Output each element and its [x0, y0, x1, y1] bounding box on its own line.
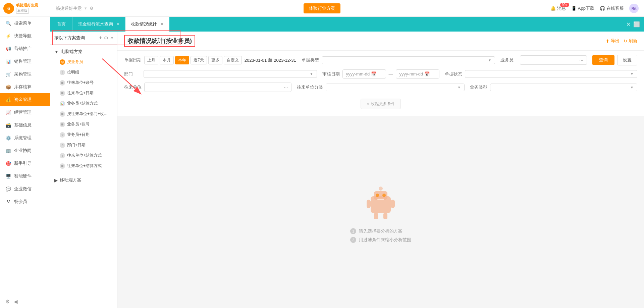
date-tab-this-month[interactable]: 本月 [160, 56, 174, 64]
review-date-to-input[interactable]: yyyy-mm-dd 📅 [396, 69, 439, 79]
sidebar-item-guide[interactable]: 🎯 新手引导 [0, 157, 50, 170]
sidebar-item-member[interactable]: V 畅会员 [0, 195, 50, 208]
plan-item-by-staff[interactable]: ◎ 按业务员 [50, 57, 117, 67]
tab-maximize-icon[interactable]: ⬜ [633, 21, 640, 28]
plan-item-unit-account[interactable]: ▦ 往来单位+账号 [50, 78, 117, 88]
settings-plan-icon[interactable]: ⚙ [104, 35, 108, 41]
tab-close-all-icon[interactable]: ✕ [626, 21, 631, 28]
plan-item-unit-dept[interactable]: ▦ 按往来单位+部门+收... [50, 109, 117, 119]
setting-btn[interactable]: 设置 [617, 55, 637, 65]
top-header: 畅捷通好生意 ▾ ⚙ 体验行业方案 🔔 消息 99+ 📱 App下载 🎧 在线客… [50, 0, 644, 17]
date-tab-this-year[interactable]: 本年 [175, 56, 189, 64]
plan-group-mobile-header[interactable]: ▶ 移动端方案 [50, 175, 117, 185]
export-btn[interactable]: ⬆ 导出 [606, 38, 620, 44]
page-header-actions: ⬆ 导出 ↻ 刷新 [606, 38, 637, 44]
plan-item-unit-date[interactable]: ▦ 往来单位+日期 [50, 88, 117, 98]
collapse-area: ∧ 收起更多条件 [124, 96, 637, 112]
staff-select[interactable]: ··· [520, 55, 587, 65]
plan-icon-dept-date: ⊙ [60, 143, 65, 148]
collapse-panel-icon[interactable]: « [110, 35, 113, 41]
svg-rect-8 [383, 213, 387, 219]
staff-more-icon[interactable]: ··· [579, 57, 583, 63]
plan-item-label: 往来单位+结算方式 [67, 163, 102, 169]
svg-point-9 [379, 187, 383, 191]
app-download-btn[interactable]: 📱 App下载 [571, 5, 594, 11]
review-date-label: 审核日期 [322, 71, 340, 77]
date-to-label: 至 [268, 57, 272, 63]
unit-more-icon[interactable]: ··· [284, 85, 288, 90]
plan-icon-unit-dept: ▦ [60, 111, 65, 117]
export-label: 导出 [611, 38, 620, 44]
sidebar-item-purchase[interactable]: 🛒 采购管理 [0, 68, 50, 81]
plan-item-unit-settle1[interactable]: ⋮ 往来单位+结算方式 [50, 150, 117, 161]
date-tab-custom[interactable]: 自定义 [224, 56, 242, 64]
sidebar-bottom: ⚙ ◀ [0, 295, 50, 308]
plan-item-staff-account[interactable]: ▦ 业务员+账号 [50, 119, 117, 130]
tab-bank-flow[interactable]: 现金银行流水查询 ✕ [73, 17, 125, 32]
sidebar-item-operation[interactable]: 📈 经营管理 [0, 106, 50, 119]
svg-point-2 [376, 194, 379, 197]
trial-btn[interactable]: 体验行业方案 [304, 3, 340, 13]
plan-group-pc-header[interactable]: ▼ 电脑端方案 [50, 47, 117, 57]
nav-separator: ▾ [85, 6, 87, 11]
sidebar-item-marketing[interactable]: 📢 营销推广 [0, 42, 50, 55]
tab-bank-flow-close[interactable]: ✕ [116, 22, 120, 27]
doc-status-select[interactable]: ▼ [465, 70, 638, 78]
online-service-btn[interactable]: 🎧 在线客服 [600, 5, 624, 11]
tab-receivable-stats-close[interactable]: ✕ [160, 22, 164, 27]
service-icon: 🎧 [600, 6, 605, 11]
biz-type-select[interactable]: ▼ [490, 84, 637, 91]
query-btn[interactable]: 查询 [592, 55, 614, 65]
svg-rect-5 [367, 200, 371, 208]
plan-item-staff-date[interactable]: ⊙ 业务员+日期 [50, 130, 117, 140]
sidebar-item-enterprise[interactable]: 🏢 企业协同 [0, 144, 50, 157]
collapse-more-btn[interactable]: ∧ 收起更多条件 [361, 99, 401, 109]
sidebar-item-basic[interactable]: 🗃️ 基础信息 [0, 119, 50, 132]
refresh-btn[interactable]: ↻ 刷新 [624, 38, 637, 44]
sidebar-item-label: 营销推广 [14, 46, 32, 52]
date-tab-last-month[interactable]: 上月 [144, 56, 158, 64]
sidebar-item-shortcut[interactable]: ⚡ 快捷导航 [0, 30, 50, 42]
sidebar-item-wechat[interactable]: 💬 企业微信 [0, 183, 50, 195]
sidebar-item-hardware[interactable]: 🖥️ 智能硬件 [0, 170, 50, 183]
avatar[interactable]: Rit [629, 4, 639, 13]
date-tab-7days[interactable]: 近7天 [191, 56, 207, 64]
filter-row-2: 部门 ▼ 审核日期 yyyy-mm-dd 📅 — [124, 69, 637, 79]
collapse-sidebar-icon[interactable]: ◀ [14, 299, 18, 305]
settings-gear-icon[interactable]: ⚙ [90, 6, 94, 11]
settings-bottom-icon[interactable]: ⚙ [5, 299, 10, 305]
sidebar-item-system[interactable]: ⚙️ 系统管理 [0, 132, 50, 144]
plan-item-unit-settle2[interactable]: ▦ 往来单位+结算方式 [50, 161, 117, 171]
sidebar-item-finance[interactable]: 💰 资金管理 [0, 93, 50, 106]
sidebar-item-label: 系统管理 [14, 135, 32, 141]
plan-item-label: 按明细 [67, 69, 79, 75]
tab-receivable-stats-label: 收款情况统计 [131, 21, 157, 27]
review-date-from-input[interactable]: yyyy-mm-dd 📅 [342, 69, 386, 79]
plan-item-by-detail[interactable]: ⋮ 按明细 [50, 67, 117, 78]
messages-btn[interactable]: 🔔 消息 99+ [550, 5, 566, 11]
tab-home[interactable]: 首页 [50, 17, 73, 32]
header-right: 🔔 消息 99+ 📱 App下载 🎧 在线客服 Rit [550, 4, 639, 13]
add-plan-icon[interactable]: + [99, 35, 102, 41]
sidebar-item-label: 快捷导航 [14, 33, 32, 39]
tab-receivable-stats[interactable]: 收款情况统计 ✕ [125, 17, 169, 32]
plan-item-dept-date[interactable]: ⊙ 部门+日期 [50, 140, 117, 150]
plan-item-label: 业务员+日期 [67, 132, 90, 138]
doc-type-select[interactable]: ▼ [322, 56, 495, 64]
plan-item-label: 往来单位+日期 [67, 90, 94, 96]
unit-select[interactable]: ··· [144, 83, 291, 92]
unit-type-select[interactable]: ▼ [326, 84, 464, 91]
page-header: 收款情况统计(按业务员) ⬆ 导出 ↻ 刷新 [117, 32, 644, 51]
sidebar-item-sales[interactable]: 📊 销售管理 [0, 55, 50, 68]
online-service-label: 在线客服 [606, 5, 624, 11]
right-content: 收款情况统计(按业务员) ⬆ 导出 ↻ 刷新 单据日期 [117, 32, 644, 308]
sidebar-item-inventory[interactable]: 📦 库存核算 [0, 81, 50, 93]
purchase-icon: 🛒 [5, 71, 11, 77]
filter-doc-status-item: 单据状态 ▼ [445, 70, 638, 78]
plan-item-staff-settle[interactable]: 📊 业务员+结算方式 [50, 98, 117, 109]
tab-bar: 首页 现金银行流水查询 ✕ 收款情况统计 ✕ ✕ ⬜ [50, 17, 644, 32]
plan-group-pc-label: 电脑端方案 [61, 49, 83, 55]
dept-select[interactable]: ▼ [144, 70, 317, 78]
date-tab-more[interactable]: 更多 [208, 56, 222, 64]
sidebar-item-search[interactable]: 🔍 搜索菜单 [0, 17, 50, 30]
